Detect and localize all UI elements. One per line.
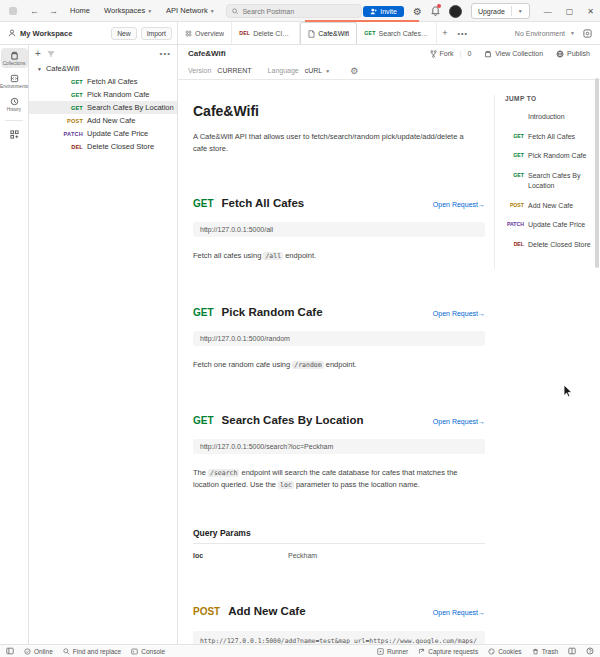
rail-collections[interactable]: Collections xyxy=(1,48,28,68)
nav-back-icon[interactable]: ← xyxy=(30,6,39,16)
nav-api-network[interactable]: API Network▼ xyxy=(166,6,215,15)
cookie-icon xyxy=(488,648,495,655)
search-input[interactable] xyxy=(242,8,356,15)
window-minimize-button[interactable]: — xyxy=(544,7,552,16)
section-search-cafes-by-location: GET Search Cafes By Location Open Reques… xyxy=(193,414,485,492)
toggle-sidebar-icon[interactable] xyxy=(6,647,14,655)
tab-cafewifi-active[interactable]: Cafe&Wifi xyxy=(300,22,357,44)
settings-gear-icon[interactable]: ⚙ xyxy=(413,6,422,17)
left-icon-rail: Collections Environments History xyxy=(0,45,29,644)
rail-history[interactable]: History xyxy=(1,94,28,114)
jump-pick-random-cafe[interactable]: GETPick Random Cafe xyxy=(505,151,596,162)
notification-badge xyxy=(437,4,441,8)
new-tab-button[interactable]: + xyxy=(437,22,452,44)
person-icon xyxy=(8,29,16,37)
split-pane-icon[interactable] xyxy=(568,647,576,655)
notifications-bell-icon[interactable] xyxy=(431,6,440,16)
vertical-scrollbar[interactable] xyxy=(595,78,599,268)
find-and-replace[interactable]: Find and replace xyxy=(63,648,121,655)
collection-cafewifi[interactable]: ▼ Cafe&Wifi xyxy=(29,62,177,75)
nav-home[interactable]: Home xyxy=(70,6,90,15)
nav-forward-icon[interactable]: → xyxy=(49,6,58,16)
rail-configure-sidebar[interactable] xyxy=(1,127,28,141)
version-value[interactable]: CURRENT xyxy=(217,67,251,74)
upgrade-button[interactable]: Upgrade▼ xyxy=(471,3,530,19)
collection-breadcrumb: Cafe&Wifi xyxy=(188,49,226,58)
table-row: loc Peckham xyxy=(193,544,485,567)
tab-search-cafes[interactable]: GET Search Cafes By Location xyxy=(357,22,437,44)
documentation-view[interactable]: Cafe&Wifi A Cafe&Wifi API that allows us… xyxy=(178,81,600,644)
request-url[interactable]: http://127.0.0.1:5000/all xyxy=(193,222,485,237)
request-update-cafe-price[interactable]: PATCH Update Cafe Price xyxy=(29,127,177,140)
console-button[interactable]: Console xyxy=(131,648,165,655)
inline-code: /random xyxy=(292,361,323,369)
search-icon xyxy=(63,648,70,655)
environments-icon xyxy=(10,74,19,83)
expand-chevron-icon[interactable]: ▼ xyxy=(37,66,42,72)
trash-button[interactable]: Trash xyxy=(532,648,558,655)
language-select[interactable]: cURL▼ xyxy=(305,67,330,74)
publish-button[interactable]: Publish xyxy=(556,50,590,58)
view-collection-button[interactable]: View Collection xyxy=(484,50,543,58)
person-plus-icon xyxy=(370,8,377,15)
section-pick-random-cafe: GET Pick Random Cafe Open Request→ http:… xyxy=(193,306,485,371)
request-url[interactable]: http://127.0.0.1:5000/random xyxy=(193,331,485,346)
request-url-code-block[interactable]: http://127.0.0.1:5000/add?name=test&map_… xyxy=(193,631,485,644)
sidebar-more-options-icon[interactable]: ••• xyxy=(160,49,171,58)
jump-delete-closed-store[interactable]: DELDelete Closed Store xyxy=(505,240,596,251)
capture-requests-button[interactable]: Capture requests xyxy=(418,648,478,655)
open-request-link[interactable]: Open Request→ xyxy=(433,310,485,317)
method-label: POST xyxy=(59,118,83,124)
new-button[interactable]: New xyxy=(111,27,137,40)
fork-button[interactable]: Fork|0 xyxy=(430,50,472,58)
tab-delete-closed-store[interactable]: DEL Delete Closed Store xyxy=(232,22,300,44)
language-label: Language xyxy=(268,67,299,74)
app-icon xyxy=(9,7,17,15)
account-avatar[interactable] xyxy=(449,5,462,18)
doc-settings-gear-icon[interactable]: ⚙ xyxy=(350,66,358,76)
section-title: Fetch All Cafes xyxy=(222,197,305,209)
jump-introduction[interactable]: Introduction xyxy=(505,112,596,123)
request-delete-closed-store[interactable]: DEL Delete Closed Store xyxy=(29,140,177,153)
rail-environments[interactable]: Environments xyxy=(1,71,28,91)
tab-options-icon[interactable]: ••• xyxy=(453,22,473,44)
jump-add-new-cafe[interactable]: POSTAdd New Cafe xyxy=(505,201,596,212)
import-button[interactable]: Import xyxy=(141,27,172,40)
help-icon[interactable] xyxy=(586,647,594,655)
divider xyxy=(511,6,512,16)
request-search-cafes-by-location[interactable]: GET Search Cafes By Location xyxy=(29,101,177,114)
section-description: Fetch one random cafe using /random endp… xyxy=(193,359,485,371)
jump-update-cafe-price[interactable]: PATCHUpdate Cafe Price xyxy=(505,220,596,231)
invite-button[interactable]: Invite xyxy=(363,6,404,17)
workspace-name[interactable]: My Workspace xyxy=(20,29,72,38)
runner-button[interactable]: Runner xyxy=(377,648,408,655)
method-label: GET xyxy=(505,132,524,143)
open-request-link[interactable]: Open Request→ xyxy=(433,201,485,208)
window-maximize-button[interactable]: ▢ xyxy=(566,7,574,16)
environment-selector[interactable]: No Environment▼ xyxy=(507,22,583,44)
inline-code: /all xyxy=(263,252,283,260)
open-request-link[interactable]: Open Request→ xyxy=(433,609,485,616)
section-fetch-all-cafes: GET Fetch All Cafes Open Request→ http:/… xyxy=(193,197,485,262)
nav-workspaces[interactable]: Workspaces▼ xyxy=(104,6,152,15)
doc-intro: A Cafe&Wifi API that allows user to fetc… xyxy=(193,131,475,154)
jump-search-cafes-by-location[interactable]: GETSearch Cafes By Location xyxy=(505,171,596,192)
runner-icon xyxy=(377,648,384,655)
online-status[interactable]: Online xyxy=(24,648,53,655)
window-close-button[interactable]: ✕ xyxy=(587,7,594,16)
tab-overview[interactable]: Overview xyxy=(178,22,232,44)
jump-to-heading: JUMP TO xyxy=(505,95,596,102)
request-add-new-cafe[interactable]: POST Add New Cafe xyxy=(29,114,177,127)
jump-fetch-all-cafes[interactable]: GETFetch All Cafes xyxy=(505,132,596,143)
add-collection-button[interactable]: + xyxy=(35,48,41,59)
global-search[interactable] xyxy=(226,4,362,18)
environment-quick-look-icon[interactable] xyxy=(583,22,600,44)
request-url[interactable]: http://127.0.0.1:5000/search?loc=Peckham xyxy=(193,439,485,454)
open-request-link[interactable]: Open Request→ xyxy=(433,418,485,425)
fork-count: 0 xyxy=(467,50,471,57)
workspace-switcher: My Workspace New Import xyxy=(0,22,178,44)
cookies-button[interactable]: Cookies xyxy=(488,648,521,655)
request-fetch-all-cafes[interactable]: GET Fetch All Cafes xyxy=(29,75,177,88)
request-pick-random-cafe[interactable]: GET Pick Random Cafe xyxy=(29,88,177,101)
filter-collections[interactable] xyxy=(47,50,154,58)
